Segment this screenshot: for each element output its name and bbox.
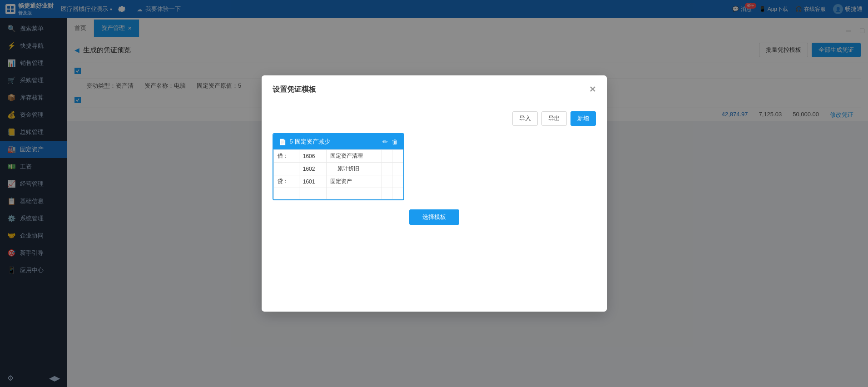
template-name: 5-固定资产减少 <box>290 138 331 146</box>
entry-debit-3 <box>382 175 392 188</box>
entry-direction-1: 借： <box>273 150 299 163</box>
template-entry-row-4 <box>273 188 403 199</box>
template-card-body: 借： 1606 固定资产清理 1602 累计折旧 <box>273 149 403 199</box>
modal-title: 设置凭证模板 <box>273 85 316 94</box>
select-template-area: 选择模板 <box>273 209 596 225</box>
new-template-button[interactable]: 新增 <box>570 111 596 126</box>
entry-credit-2 <box>392 163 403 175</box>
modal-body: 导入 导出 新增 📄 5-固定资产减少 ✏ 🗑 <box>262 102 607 306</box>
template-card-actions: ✏ 🗑 <box>382 138 398 145</box>
modal-toolbar: 导入 导出 新增 <box>273 111 596 126</box>
entry-debit-2 <box>382 163 392 175</box>
entry-code-3: 1601 <box>299 175 326 188</box>
entry-empty-5 <box>392 188 403 199</box>
delete-template-icon[interactable]: 🗑 <box>392 138 398 145</box>
template-card: 📄 5-固定资产减少 ✏ 🗑 借： <box>273 133 404 200</box>
edit-template-icon[interactable]: ✏ <box>382 138 388 145</box>
template-entry-row-3: 贷： 1601 固定资产 <box>273 175 403 188</box>
modal-overlay[interactable]: 设置凭证模板 ✕ 导入 导出 新增 📄 5-固定资产减少 ✏ <box>0 0 868 387</box>
entry-name-1: 固定资产清理 <box>326 150 382 163</box>
template-entries-table: 借： 1606 固定资产清理 1602 累计折旧 <box>273 149 403 199</box>
template-entry-row-1: 借： 1606 固定资产清理 <box>273 150 403 163</box>
modal-header: 设置凭证模板 ✕ <box>262 75 607 102</box>
select-template-button[interactable]: 选择模板 <box>409 209 459 225</box>
entry-empty-1 <box>273 188 299 199</box>
voucher-template-modal: 设置凭证模板 ✕ 导入 导出 新增 📄 5-固定资产减少 ✏ <box>262 75 607 312</box>
entry-code-1: 1606 <box>299 150 326 163</box>
entry-debit-1 <box>382 150 392 163</box>
entry-name-3: 固定资产 <box>326 175 382 188</box>
entry-direction-3: 贷： <box>273 175 299 188</box>
entry-code-2: 1602 <box>299 163 326 175</box>
modal-close-icon[interactable]: ✕ <box>589 84 596 94</box>
entry-empty-3 <box>326 188 382 199</box>
modal-content-area: 📄 5-固定资产减少 ✏ 🗑 借： <box>273 133 596 297</box>
entry-credit-1 <box>392 150 403 163</box>
entry-direction-2 <box>273 163 299 175</box>
template-card-header: 📄 5-固定资产减少 ✏ 🗑 <box>273 134 403 149</box>
export-button[interactable]: 导出 <box>541 111 567 126</box>
import-button[interactable]: 导入 <box>512 111 538 126</box>
template-doc-icon: 📄 <box>279 139 286 145</box>
entry-credit-3 <box>392 175 403 188</box>
entry-empty-4 <box>382 188 392 199</box>
entry-name-2: 累计折旧 <box>326 163 382 175</box>
entry-empty-2 <box>299 188 326 199</box>
template-card-title-group: 📄 5-固定资产减少 <box>279 138 331 146</box>
template-entry-row-2: 1602 累计折旧 <box>273 163 403 175</box>
